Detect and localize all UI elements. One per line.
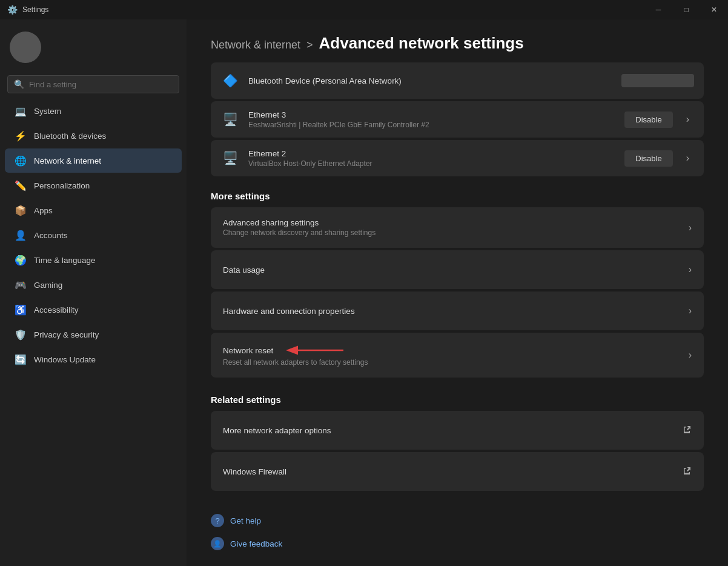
- titlebar-title: Settings: [22, 5, 48, 14]
- ethernet2-icon: 🖥️: [220, 148, 240, 168]
- search-input[interactable]: [29, 80, 173, 89]
- data-usage-row[interactable]: Data usage ›: [211, 250, 704, 289]
- system-icon: 💻: [15, 105, 27, 117]
- more-network-adapter-content: More network adapter options: [223, 426, 682, 435]
- bottom-links: ? Get help 👤 Give feedback: [187, 493, 728, 553]
- sidebar-item-privacy[interactable]: 🛡️Privacy & security: [5, 322, 182, 347]
- accounts-icon: 👤: [15, 229, 27, 241]
- advanced-sharing-chevron: ›: [689, 222, 692, 233]
- get-help-icon: ?: [211, 514, 224, 527]
- gaming-icon: 🎮: [15, 279, 27, 291]
- network-reset-row[interactable]: Network reset: [211, 333, 704, 378]
- personalization-icon: ✏️: [15, 179, 27, 191]
- ethernet2-expand-button[interactable]: ›: [681, 150, 694, 166]
- device-card-ethernet2: 🖥️ Ethernet 2 VirtualBox Host-Only Ether…: [211, 140, 704, 176]
- sidebar-item-bluetooth[interactable]: ⚡Bluetooth & devices: [5, 124, 182, 148]
- profile-area: [0, 24, 187, 70]
- sidebar-item-label-accessibility: Accessibility: [34, 305, 79, 315]
- breadcrumb-separator: >: [306, 39, 313, 52]
- main-content: Network & internet > Advanced network se…: [187, 19, 728, 566]
- windows-firewall-content: Windows Firewall: [223, 467, 682, 476]
- give-feedback-link[interactable]: 👤 Give feedback: [211, 534, 704, 553]
- sidebar-item-time[interactable]: 🌍Time & language: [5, 248, 182, 272]
- sidebar: 🔍 💻System⚡Bluetooth & devices🌐Network & …: [0, 19, 187, 566]
- more-network-adapter-title: More network adapter options: [223, 426, 682, 435]
- privacy-icon: 🛡️: [15, 328, 27, 341]
- content-body: 🔷 Bluetooth Device (Personal Area Networ…: [187, 62, 728, 491]
- breadcrumb-parent: Network & internet: [211, 39, 300, 52]
- more-network-adapter-row[interactable]: More network adapter options: [211, 411, 704, 450]
- window-controls: ─ □ ✕: [644, 0, 728, 19]
- windows-firewall-title: Windows Firewall: [223, 467, 682, 476]
- device-card-ethernet3: 🖥️ Ethernet 3 EeshwarSrishti | Realtek P…: [211, 101, 704, 138]
- sidebar-item-network[interactable]: 🌐Network & internet: [5, 148, 182, 173]
- network-reset-sub: Reset all network adapters to factory se…: [223, 358, 689, 367]
- search-box[interactable]: 🔍: [7, 75, 179, 93]
- device-info: Bluetooth Device (Personal Area Network): [248, 76, 613, 85]
- sidebar-item-label-bluetooth: Bluetooth & devices: [34, 132, 106, 141]
- page-title: Advanced network settings: [319, 34, 524, 53]
- disable-ethernet2-button[interactable]: Disable: [624, 150, 672, 167]
- sidebar-item-label-personalization: Personalization: [34, 181, 90, 190]
- search-icon: 🔍: [14, 79, 24, 89]
- sidebar-item-label-gaming: Gaming: [34, 281, 62, 290]
- external-link-icon2: [682, 466, 692, 476]
- minimize-button[interactable]: ─: [644, 0, 672, 19]
- bluetooth-icon: 🔷: [220, 71, 240, 90]
- device-name: Bluetooth Device (Personal Area Network): [248, 76, 613, 85]
- give-feedback-icon: 👤: [211, 537, 224, 550]
- avatar: [10, 32, 41, 63]
- more-settings-heading: More settings: [211, 191, 704, 201]
- sidebar-item-label-windows_update: Windows Update: [34, 355, 96, 364]
- sidebar-item-gaming[interactable]: 🎮Gaming: [5, 273, 182, 297]
- data-usage-chevron: ›: [689, 264, 692, 275]
- ethernet3-expand-button[interactable]: ›: [681, 112, 694, 127]
- ethernet3-name: Ethernet 3: [248, 110, 616, 119]
- toggle-area: [621, 74, 694, 87]
- sidebar-item-system[interactable]: 💻System: [5, 99, 182, 123]
- windows-firewall-row[interactable]: Windows Firewall: [211, 452, 704, 491]
- network-icon: 🌐: [15, 155, 27, 167]
- hardware-connection-content: Hardware and connection properties: [223, 307, 689, 316]
- bluetooth-icon: ⚡: [15, 130, 27, 142]
- hardware-connection-row[interactable]: Hardware and connection properties ›: [211, 291, 704, 330]
- data-usage-content: Data usage: [223, 265, 689, 275]
- sidebar-item-accessibility[interactable]: ♿Accessibility: [5, 298, 182, 322]
- windows-firewall-ext-icon: [682, 466, 692, 478]
- get-help-link[interactable]: ? Get help: [211, 511, 704, 530]
- sidebar-item-label-accounts: Accounts: [34, 231, 68, 240]
- sidebar-item-apps[interactable]: 📦Apps: [5, 198, 182, 222]
- ethernet3-sub: EeshwarSrishti | Realtek PCIe GbE Family…: [248, 121, 616, 129]
- advanced-sharing-title: Advanced sharing settings: [223, 218, 689, 227]
- page-header: Network & internet > Advanced network se…: [187, 19, 728, 62]
- advanced-sharing-sub: Change network discovery and sharing set…: [223, 228, 689, 237]
- sidebar-item-windows_update[interactable]: 🔄Windows Update: [5, 347, 182, 371]
- advanced-sharing-content: Advanced sharing settings Change network…: [223, 218, 689, 237]
- apps-icon: 📦: [15, 204, 27, 216]
- give-feedback-label: Give feedback: [230, 539, 282, 548]
- get-help-label: Get help: [230, 516, 261, 525]
- maximize-button[interactable]: □: [672, 0, 700, 19]
- sidebar-item-label-network: Network & internet: [34, 156, 101, 165]
- close-button[interactable]: ✕: [700, 0, 728, 19]
- external-link-icon: [682, 425, 692, 434]
- hardware-connection-chevron: ›: [689, 305, 692, 316]
- network-reset-chevron: ›: [689, 350, 692, 361]
- disable-ethernet3-button[interactable]: Disable: [624, 112, 672, 128]
- arrow-annotation: Network reset: [223, 344, 689, 357]
- advanced-sharing-row[interactable]: Advanced sharing settings Change network…: [211, 207, 704, 248]
- device-info-ethernet3: Ethernet 3 EeshwarSrishti | Realtek PCIe…: [248, 110, 616, 129]
- device-info-ethernet2: Ethernet 2 VirtualBox Host-Only Ethernet…: [248, 149, 616, 168]
- hardware-connection-title: Hardware and connection properties: [223, 307, 689, 316]
- more-network-adapter-ext-icon: [682, 425, 692, 436]
- sidebar-item-accounts[interactable]: 👤Accounts: [5, 223, 182, 247]
- related-settings-heading: Related settings: [211, 395, 704, 405]
- titlebar: ⚙️ Settings ─ □ ✕: [0, 0, 728, 19]
- ethernet-icon: 🖥️: [220, 110, 240, 129]
- sidebar-item-personalization[interactable]: ✏️Personalization: [5, 173, 182, 198]
- data-usage-title: Data usage: [223, 265, 689, 275]
- network-reset-content: Network reset: [223, 344, 689, 367]
- sidebar-nav: 💻System⚡Bluetooth & devices🌐Network & in…: [0, 98, 187, 372]
- ethernet2-sub: VirtualBox Host-Only Ethernet Adapter: [248, 159, 616, 168]
- device-card-bluetooth: 🔷 Bluetooth Device (Personal Area Networ…: [211, 62, 704, 99]
